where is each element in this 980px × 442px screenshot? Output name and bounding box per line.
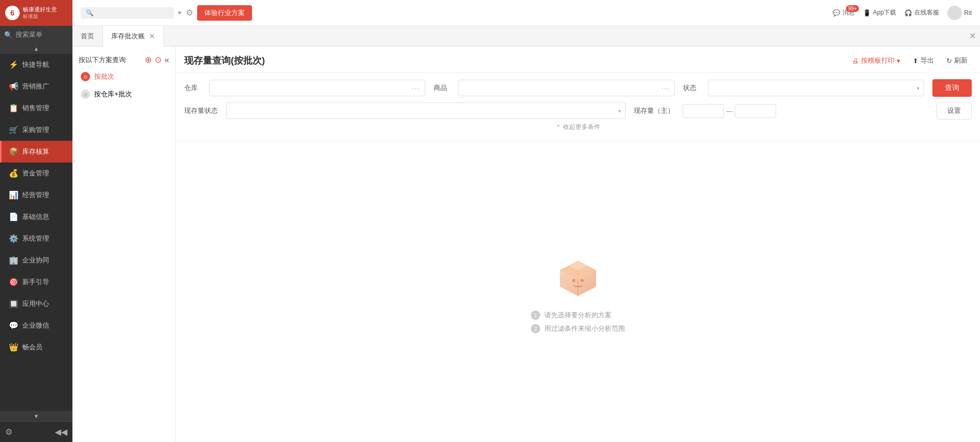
sidebar-bottom: ⚙ ◀◀ <box>0 421 72 442</box>
scroll-up-arrow[interactable]: ▲ <box>0 43 72 54</box>
sidebar-item-marketing[interactable]: 📢 营销推广 <box>0 76 72 97</box>
sidebar-item-label: 基础信息 <box>22 212 49 222</box>
messages-btn[interactable]: 💬 消息 99+ <box>833 8 855 17</box>
topbar-left: 🔍 ▾ ⚙ 体验行业方案 <box>81 5 826 21</box>
stock-qty-to-input[interactable] <box>735 104 776 118</box>
collapse-btn[interactable]: ⌃ 收起更多条件 <box>184 120 972 135</box>
sidebar-item-purchase[interactable]: 🛒 采购管理 <box>0 119 72 141</box>
online-service-btn[interactable]: 🎧 在线客服 <box>904 8 939 17</box>
print-dropdown-icon[interactable]: ▾ <box>897 57 900 65</box>
sidebar-item-label: 营销推广 <box>22 82 49 91</box>
quick-nav-icon: ⚡ <box>9 60 18 69</box>
add-filter-btn[interactable]: ⊕ <box>145 55 152 65</box>
product-input[interactable]: ··· <box>458 80 675 96</box>
filter-row-1: 仓库 ··· 商品 ··· 状态 <box>184 79 972 97</box>
refresh-label: 刷新 <box>954 56 968 65</box>
sidebar-item-sales[interactable]: 📋 销售管理 <box>0 97 72 119</box>
page-toolbar: 🖨 按模板打印 ▾ ⬆ 导出 ↻ 刷新 <box>848 54 972 67</box>
enterprise-wx-icon: 💬 <box>9 321 18 330</box>
filter-settings-btn[interactable]: ⊙ <box>155 55 161 65</box>
query-button[interactable]: 查询 <box>932 79 972 97</box>
sidebar-item-app-center[interactable]: 🔲 应用中心 <box>0 293 72 315</box>
main-content: 🔍 ▾ ⚙ 体验行业方案 💬 消息 99+ 📱 App下载 🎧 在线客服 Ri <box>72 0 980 442</box>
print-btn[interactable]: 🖨 按模板打印 ▾ <box>848 54 904 67</box>
sidebar-search-btn[interactable]: 🔍 搜索菜单 <box>0 26 72 43</box>
sidebar-item-label: 快捷导航 <box>22 60 49 69</box>
svg-point-6 <box>581 279 584 282</box>
stock-qty-field: 现存量（主） — <box>634 104 928 118</box>
warehouse-dots: ··· <box>412 84 421 92</box>
sidebar-item-finance[interactable]: 💰 资金管理 <box>0 163 72 184</box>
member-icon: 👑 <box>9 343 18 352</box>
empty-illustration <box>552 251 604 302</box>
warehouse-input[interactable]: ··· <box>209 80 425 96</box>
stock-qty-range: — <box>682 104 928 118</box>
export-btn[interactable]: ⬆ 导出 <box>909 54 938 67</box>
tip-num-1: 1 <box>531 311 540 320</box>
stock-qty-from-input[interactable] <box>682 104 724 118</box>
app-download-btn[interactable]: 📱 App下载 <box>863 8 896 17</box>
topbar: 🔍 ▾ ⚙ 体验行业方案 💬 消息 99+ 📱 App下载 🎧 在线客服 Ri <box>72 0 980 26</box>
print-icon: 🖨 <box>852 57 859 65</box>
status-select[interactable]: ▾ <box>708 80 924 96</box>
sidebar-item-enterprise-wx[interactable]: 💬 企业微信 <box>0 315 72 336</box>
stock-status-select[interactable]: ▾ <box>226 102 626 119</box>
stock-status-field: 现存量状态 ▾ <box>184 102 626 119</box>
refresh-btn[interactable]: ↻ 刷新 <box>942 54 972 67</box>
empty-tips: 1 请先选择要分析的方案 2 用过滤条件来缩小分析范围 <box>531 311 625 333</box>
collapse-icon: ⌃ <box>556 124 561 131</box>
page-content: 按以下方案查询 ⊕ ⊙ « ⊙ 按批次 ⊙ 按仓库+批次 现存量查询(按批次) <box>72 47 980 442</box>
topbar-settings-icon[interactable]: ⚙ <box>186 8 193 18</box>
tab-close-btn[interactable]: ✕ <box>149 32 155 40</box>
sidebar-collapse-btn[interactable]: ◀◀ <box>55 427 67 437</box>
sidebar-settings-btn[interactable]: ⚙ <box>5 427 12 437</box>
sidebar-item-system[interactable]: ⚙️ 系统管理 <box>0 228 72 249</box>
user-profile-btn[interactable]: Rit <box>947 6 972 20</box>
tab-home[interactable]: 首页 <box>72 26 103 47</box>
product-dots: ··· <box>661 84 670 92</box>
empty-tip-1: 1 请先选择要分析的方案 <box>531 311 625 320</box>
settings-button[interactable]: 设置 <box>937 102 972 120</box>
user-name: Rit <box>964 9 972 17</box>
enterprise-icon: 🏢 <box>9 256 18 265</box>
main-close-btn[interactable]: ✕ <box>969 31 976 41</box>
sidebar-item-quick-nav[interactable]: ⚡ 快捷导航 <box>0 54 72 76</box>
filter-panel-header: 按以下方案查询 ⊕ ⊙ « <box>72 52 175 68</box>
filter-warehouse-batch-label: 按仓库+批次 <box>94 90 132 99</box>
messages-icon: 💬 <box>833 9 840 17</box>
sidebar-item-basic-info[interactable]: 📄 基础信息 <box>0 206 72 228</box>
filter-form: 仓库 ··· 商品 ··· 状态 <box>176 73 980 141</box>
system-icon: ⚙️ <box>9 234 18 243</box>
sidebar-item-label: 经营管理 <box>22 190 49 200</box>
stock-qty-label: 现存量（主） <box>634 106 674 115</box>
sidebar-nav: ⚡ 快捷导航 📢 营销推广 📋 销售管理 🛒 采购管理 📦 库存核算 💰 资金管… <box>0 54 72 411</box>
sidebar-item-label: 库存核算 <box>22 147 49 156</box>
tab-inventory-batch[interactable]: 库存批次账 ✕ <box>103 26 164 47</box>
brand-name: 畅康通好生意 <box>23 6 57 13</box>
sales-icon: 📋 <box>9 104 18 113</box>
trial-btn[interactable]: 体验行业方案 <box>197 5 252 21</box>
sidebar-item-label: 销售管理 <box>22 104 49 113</box>
filter-by-batch[interactable]: ⊙ 按批次 <box>72 68 175 85</box>
app-center-icon: 🔲 <box>9 299 18 308</box>
topbar-dropdown-icon[interactable]: ▾ <box>178 9 182 17</box>
topbar-right: 💬 消息 99+ 📱 App下载 🎧 在线客服 Rit <box>833 6 972 20</box>
sidebar-item-operation[interactable]: 📊 经营管理 <box>0 184 72 206</box>
topbar-search[interactable]: 🔍 <box>81 7 174 19</box>
sidebar-item-inventory[interactable]: 📦 库存核算 <box>0 141 72 163</box>
stock-status-chevron-icon: ▾ <box>618 108 621 114</box>
sidebar-item-enterprise[interactable]: 🏢 企业协同 <box>0 249 72 271</box>
marketing-icon: 📢 <box>9 82 18 91</box>
status-chevron-icon: ▾ <box>917 85 919 91</box>
tip-num-2: 2 <box>531 324 540 333</box>
sidebar-item-member[interactable]: 👑 畅会员 <box>0 336 72 358</box>
sidebar-item-newbie[interactable]: 🎯 新手引导 <box>0 271 72 293</box>
empty-state: 1 请先选择要分析的方案 2 用过滤条件来缩小分析范围 <box>176 141 980 442</box>
product-label: 商品 <box>434 83 454 93</box>
empty-tip-2: 2 用过滤条件来缩小分析范围 <box>531 324 625 333</box>
scroll-down-arrow[interactable]: ▼ <box>0 411 72 421</box>
collapse-label: 收起更多条件 <box>563 123 600 131</box>
filter-by-warehouse-batch[interactable]: ⊙ 按仓库+批次 <box>72 85 175 103</box>
filter-collapse-btn[interactable]: « <box>165 55 169 65</box>
edition-label: 标准版 <box>23 13 57 20</box>
